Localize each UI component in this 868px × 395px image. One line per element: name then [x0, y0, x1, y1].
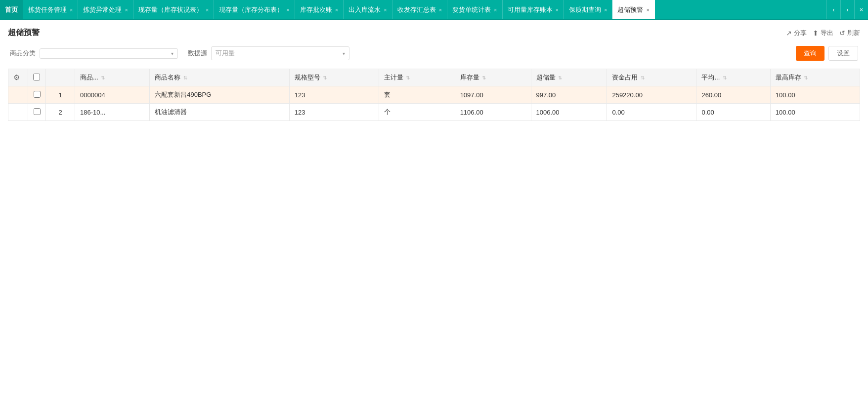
nav-item-batch-account[interactable]: 库存批次账 × — [295, 0, 344, 19]
sort-icon: ⇅ — [804, 75, 808, 80]
row-product-name: 机油滤清器 — [150, 104, 290, 121]
close-icon[interactable]: × — [556, 7, 559, 13]
nav-item-stock-status[interactable]: 现存量（库存状况表） × — [133, 0, 214, 19]
th-product-name[interactable]: 商品名称 ⇅ — [150, 69, 290, 86]
row-product-code: 186-10... — [75, 104, 150, 121]
query-button[interactable]: 查询 — [796, 46, 825, 61]
th-avg[interactable]: 平均... ⇅ — [696, 69, 770, 86]
header-actions: ↗ 分享 ⬆ 导出 ↺ 刷新 — [786, 29, 860, 38]
table-row: 1 0000004 六配套新昌490BPG 123 套 1097.00 997.… — [8, 86, 860, 104]
category-filter-label: 商品分类 — [10, 49, 36, 58]
sort-icon: ⇅ — [183, 75, 187, 80]
gear-icon[interactable]: ⚙ — [13, 73, 20, 81]
row-spec: 123 — [289, 86, 379, 104]
close-icon[interactable]: × — [335, 7, 338, 13]
datasource-select[interactable]: 可用量 ▾ — [211, 46, 349, 60]
export-icon: ⬆ — [813, 29, 819, 37]
th-unit[interactable]: 主计量 ⇅ — [379, 69, 455, 86]
nav-item-exception[interactable]: 拣货异常处理 × — [78, 0, 133, 19]
th-overstock[interactable]: 超储量 ⇅ — [531, 69, 607, 86]
sort-icon: ⇅ — [482, 75, 486, 80]
nav-bar: 首页 拣货任务管理 × 拣货异常处理 × 现存量（库存状况表） × 现存量（库存… — [0, 0, 868, 20]
sort-icon: ⇅ — [406, 75, 410, 80]
close-icon[interactable]: × — [646, 7, 649, 13]
nav-item-order-stats[interactable]: 要货单统计表 × — [447, 0, 502, 19]
row-checkbox[interactable] — [34, 91, 41, 98]
row-capital: 0.00 — [607, 104, 696, 121]
nav-item-expiry-query[interactable]: 保质期查询 × — [564, 0, 612, 19]
row-unit: 套 — [379, 86, 455, 104]
sort-icon: ⇅ — [723, 75, 727, 80]
th-gear: ⚙ — [8, 69, 28, 86]
datasource-filter-group: 数据源 可用量 ▾ — [188, 46, 349, 60]
close-icon[interactable]: × — [206, 7, 209, 13]
row-unit: 个 — [379, 104, 455, 121]
row-max-stock: 100.00 — [770, 104, 860, 121]
row-overstock: 1006.00 — [531, 104, 607, 121]
export-button[interactable]: ⬆ 导出 — [813, 29, 833, 38]
table-header-row: ⚙ 商品... ⇅ 商品名称 ⇅ 规格型号 ⇅ — [8, 69, 860, 86]
th-max-stock[interactable]: 最高库存 ⇅ — [770, 69, 860, 86]
page-content: 超储预警 ↗ 分享 ⬆ 导出 ↺ 刷新 商品分类 ▾ 数据源 — [0, 20, 868, 395]
filter-area: 商品分类 ▾ 数据源 可用量 ▾ 查询 设置 — [8, 46, 860, 61]
sort-icon: ⇅ — [323, 75, 327, 80]
close-icon[interactable]: × — [286, 7, 289, 13]
row-overstock: 997.00 — [531, 86, 607, 104]
row-number: 1 — [46, 86, 75, 104]
nav-next-button[interactable]: › — [840, 0, 854, 20]
category-select[interactable]: ▾ — [40, 48, 178, 59]
nav-item-home[interactable]: 首页 — [0, 0, 23, 19]
page-title: 超储预警 — [8, 28, 40, 38]
nav-item-inout-flow[interactable]: 出入库流水 × — [344, 0, 392, 19]
nav-item-task-mgmt[interactable]: 拣货任务管理 × — [23, 0, 78, 19]
th-stock[interactable]: 库存量 ⇅ — [455, 69, 531, 86]
row-stock: 1106.00 — [455, 104, 531, 121]
row-gear-cell — [8, 104, 28, 121]
close-icon[interactable]: × — [604, 7, 607, 13]
th-product-code[interactable]: 商品... ⇅ — [75, 69, 150, 86]
th-checkbox — [28, 69, 46, 86]
table-row: 2 186-10... 机油滤清器 123 个 1106.00 1006.00 … — [8, 104, 860, 121]
nav-prev-button[interactable]: ‹ — [826, 0, 840, 20]
page-header: 超储预警 ↗ 分享 ⬆ 导出 ↺ 刷新 — [8, 28, 860, 38]
row-checkbox-cell[interactable] — [28, 86, 46, 104]
nav-item-overstock[interactable]: 超储预警 × — [612, 0, 654, 19]
nav-arrows: ‹ › × — [826, 0, 868, 20]
chevron-down-icon: ▾ — [171, 51, 174, 56]
select-all-checkbox[interactable] — [33, 74, 40, 80]
row-checkbox[interactable] — [34, 108, 41, 115]
row-product-name: 六配套新昌490BPG — [150, 86, 290, 104]
row-spec: 123 — [289, 104, 379, 121]
row-product-code: 0000004 — [75, 86, 150, 104]
refresh-icon: ↺ — [839, 29, 845, 37]
refresh-button[interactable]: ↺ 刷新 — [839, 29, 860, 38]
row-gear-cell — [8, 86, 28, 104]
row-avg: 0.00 — [696, 104, 770, 121]
share-button[interactable]: ↗ 分享 — [786, 29, 807, 38]
share-icon: ↗ — [786, 29, 792, 37]
row-avg: 260.00 — [696, 86, 770, 104]
close-icon[interactable]: × — [384, 7, 387, 13]
chevron-down-icon: ▾ — [343, 51, 345, 56]
sort-icon: ⇅ — [558, 75, 562, 80]
row-number: 2 — [46, 104, 75, 121]
close-icon[interactable]: × — [70, 7, 73, 13]
close-icon[interactable]: × — [439, 7, 442, 13]
th-capital[interactable]: 资金占用 ⇅ — [607, 69, 696, 86]
row-capital: 259220.00 — [607, 86, 696, 104]
th-spec[interactable]: 规格型号 ⇅ — [289, 69, 379, 86]
row-stock: 1097.00 — [455, 86, 531, 104]
nav-close-all-button[interactable]: × — [854, 0, 868, 20]
datasource-select-value: 可用量 — [216, 49, 235, 58]
data-table: ⚙ 商品... ⇅ 商品名称 ⇅ 规格型号 ⇅ — [8, 69, 860, 121]
settings-button[interactable]: 设置 — [828, 46, 858, 61]
close-icon[interactable]: × — [494, 7, 497, 13]
close-icon[interactable]: × — [125, 7, 128, 13]
row-checkbox-cell[interactable] — [28, 104, 46, 121]
nav-item-stock-dist[interactable]: 现存量（库存分布表） × — [214, 0, 295, 19]
nav-item-avail-account[interactable]: 可用量库存账本 × — [503, 0, 564, 19]
th-row-num — [46, 69, 75, 86]
nav-item-summary[interactable]: 收发存汇总表 × — [392, 0, 447, 19]
sort-icon: ⇅ — [101, 75, 105, 80]
sort-icon: ⇅ — [641, 75, 645, 80]
